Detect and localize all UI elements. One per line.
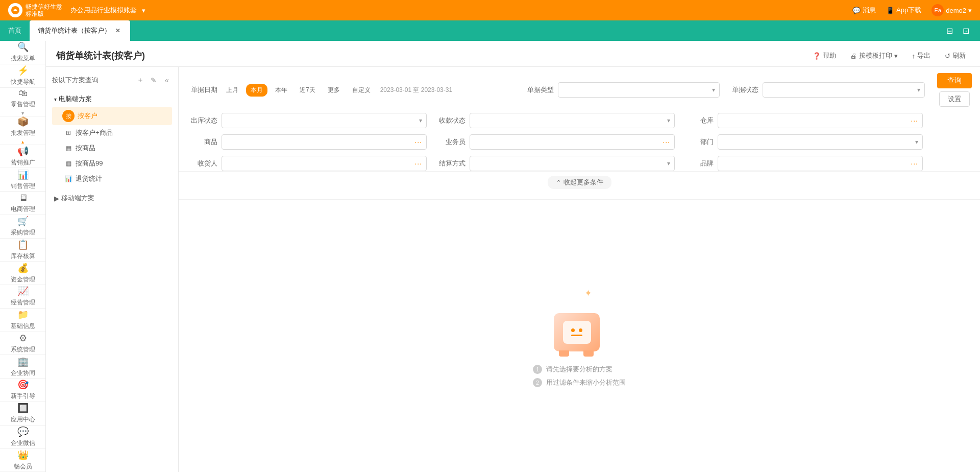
wechat-icon: 💬 — [17, 426, 29, 437]
sidebar-item-wholesale[interactable]: 📦 批发管理 ▴ — [0, 116, 45, 145]
date-filter-label: 单据日期 — [187, 85, 217, 95]
logo-text: 畅捷信好生意 标准版 — [26, 3, 62, 18]
content-area: 销货单统计表(按客户) ❓ 帮助 🖨 按模板打印 ▾ ↑ 导出 — [46, 41, 980, 472]
scheme-item-by-customer[interactable]: 按 按客户 — [52, 107, 172, 125]
export-button[interactable]: ↑ 导出 — [908, 49, 935, 62]
sidebar-item-finance[interactable]: 💰 资金管理 — [0, 262, 45, 285]
dept-select[interactable]: ▾ — [718, 134, 923, 150]
tab-minimize-icon[interactable]: ⊟ — [943, 25, 955, 37]
sidebar-item-basic-label: 基础信息 — [11, 322, 35, 331]
help-button[interactable]: ❓ 帮助 — [808, 49, 840, 62]
sidebar-item-retail[interactable]: 🛍 零售管理 ▾ — [0, 88, 45, 116]
date-btn-last-7[interactable]: 近7天 — [295, 84, 320, 97]
scheme-item-by-goods[interactable]: ▦ 按商品 — [52, 140, 172, 156]
tab-maximize-icon[interactable]: ⊡ — [960, 25, 972, 37]
logo-area: 畅捷信好生意 标准版 — [8, 3, 62, 18]
inventory-icon: 📋 — [17, 239, 29, 250]
warehouse-select[interactable]: ··· — [718, 113, 923, 128]
sidebar-item-wechat[interactable]: 💬 企业微信 — [0, 426, 45, 449]
tab-sales-stat[interactable]: 销货单统计表（按客户） ✕ — [30, 20, 130, 41]
query-button[interactable]: 查询 — [937, 73, 972, 88]
message-button[interactable]: 💬 消息 — [852, 6, 876, 15]
doc-type-select[interactable]: ▾ — [558, 82, 720, 98]
sidebar-item-member[interactable]: 👑 畅会员 — [0, 449, 45, 472]
goods-select[interactable]: ··· — [222, 134, 427, 150]
date-btn-this-year[interactable]: 本年 — [271, 84, 292, 97]
dropdown-icon[interactable]: ▾ — [142, 7, 145, 14]
sidebar-item-quicknav[interactable]: ⚡ 快捷导航 — [0, 64, 45, 88]
sidebar-item-wholesale-label: 批发管理 — [11, 129, 35, 137]
by-customer-goods-icon: ⊞ — [64, 129, 72, 137]
collapse-panel-button[interactable]: « — [162, 75, 172, 85]
doc-type-label: 单据类型 — [523, 85, 554, 95]
tab-home[interactable]: 首页 — [0, 20, 30, 41]
sidebar-item-search[interactable]: 🔍 搜索菜单 — [0, 41, 45, 64]
sidebar-item-basic[interactable]: 📁 基础信息 — [0, 309, 45, 332]
settle-chevron-icon: ▾ — [667, 160, 670, 167]
sidebar-item-ecommerce[interactable]: 🖥 电商管理 — [0, 192, 45, 215]
receiver-label: 收货人 — [187, 159, 217, 168]
download-button[interactable]: 📱 App下载 — [886, 6, 921, 15]
receiver-select[interactable]: ··· — [222, 156, 427, 171]
date-btn-this-month[interactable]: 本月 — [246, 84, 267, 97]
add-scheme-button[interactable]: ＋ — [135, 75, 145, 85]
collapse-up-icon: ⌃ — [556, 179, 561, 186]
left-panel-header: 按以下方案查询 ＋ ✎ « — [46, 73, 178, 89]
edit-scheme-button[interactable]: ✎ — [149, 75, 159, 85]
sidebar-item-retail-label: 零售管理 — [11, 100, 35, 109]
empty-state: ✦ 1 请先选择要分析的方案 2 用过滤条件来缩小分析范 — [179, 285, 980, 387]
mobile-arrow-icon: ▶ — [54, 195, 59, 202]
sidebar-item-purchase-label: 采购管理 — [11, 228, 35, 237]
dept-chevron-icon: ▾ — [915, 138, 918, 146]
empty-illustration: ✦ — [544, 285, 615, 357]
out-status-select[interactable]: ▾ — [222, 113, 427, 128]
settings-button[interactable]: 设置 — [939, 91, 970, 107]
user-chevron-icon: ▾ — [968, 7, 972, 14]
tab-close-icon[interactable]: ✕ — [114, 27, 122, 35]
filter-item-out-status: 出库状态 ▾ — [187, 113, 435, 128]
by-customer-icon: 按 — [62, 110, 75, 122]
sales-icon: 📊 — [17, 169, 29, 180]
scheme-item-return-stat[interactable]: 📊 退货统计 — [52, 171, 172, 186]
brand-select[interactable]: ··· — [718, 156, 923, 171]
left-panel: 按以下方案查询 ＋ ✎ « ▾ 电脑端方案 — [46, 67, 179, 472]
staff-select[interactable]: ··· — [470, 134, 675, 150]
sidebar-item-marketing[interactable]: 📢 营销推广 — [0, 145, 45, 169]
date-btn-last-month[interactable]: 上月 — [222, 84, 243, 97]
by-goods-icon: ▦ — [64, 144, 72, 152]
sidebar-item-appstore[interactable]: 🔲 应用中心 — [0, 402, 45, 426]
scheme-desktop-title[interactable]: ▾ 电脑端方案 — [52, 91, 172, 107]
user-menu[interactable]: Ea demo2 ▾ — [932, 4, 972, 16]
staff-label: 业务员 — [435, 137, 465, 147]
collect-status-select[interactable]: ▾ — [470, 113, 675, 128]
goods-dots-icon: ··· — [414, 138, 422, 146]
sidebar-item-purchase[interactable]: 🛒 采购管理 — [0, 215, 45, 239]
robot-mouth — [571, 335, 582, 336]
print-button[interactable]: 🖨 按模板打印 ▾ — [846, 49, 902, 62]
tab-bar-actions: ⊟ ⊡ — [943, 25, 980, 37]
settle-select[interactable]: ▾ — [470, 156, 675, 171]
desktop-arrow-icon: ▾ — [54, 97, 57, 102]
sidebar-item-enterprise[interactable]: 🏢 企业协同 — [0, 355, 45, 379]
doc-status-select[interactable]: ▾ — [763, 82, 925, 98]
filter-and-results: 单据日期 上月 本月 本年 近7天 更多 自定义 — [179, 67, 980, 472]
brand-label: 品牌 — [683, 159, 714, 168]
date-btn-custom[interactable]: 自定义 — [348, 84, 375, 97]
by-goods-99-icon: ▦ — [64, 159, 72, 168]
sidebar-item-operation-label: 经营管理 — [11, 298, 35, 307]
collapse-button[interactable]: ⌃ 收起更多条件 — [548, 176, 611, 189]
filter-item-dept: 部门 ▾ — [683, 134, 931, 150]
scheme-item-by-goods-99[interactable]: ▦ 按商品99 — [52, 156, 172, 171]
sidebar-item-sales[interactable]: 📊 销售管理 — [0, 168, 45, 192]
sidebar-item-inventory[interactable]: 📋 库存核算 — [0, 239, 45, 262]
sidebar-item-wechat-label: 企业微信 — [11, 439, 35, 447]
sidebar-item-newbie[interactable]: 🎯 新手引导 — [0, 379, 45, 402]
enterprise-icon: 🏢 — [17, 356, 29, 367]
refresh-button[interactable]: ↺ 刷新 — [941, 49, 970, 62]
date-btn-more[interactable]: 更多 — [323, 84, 345, 97]
scheme-mobile-title[interactable]: ▶ 移动端方案 — [52, 191, 172, 206]
sidebar-item-operation[interactable]: 📈 经营管理 — [0, 285, 45, 309]
avatar: Ea — [932, 4, 944, 16]
scheme-item-by-customer-goods[interactable]: ⊞ 按客户+商品 — [52, 125, 172, 140]
sidebar-item-system[interactable]: ⚙ 系统管理 — [0, 332, 45, 356]
